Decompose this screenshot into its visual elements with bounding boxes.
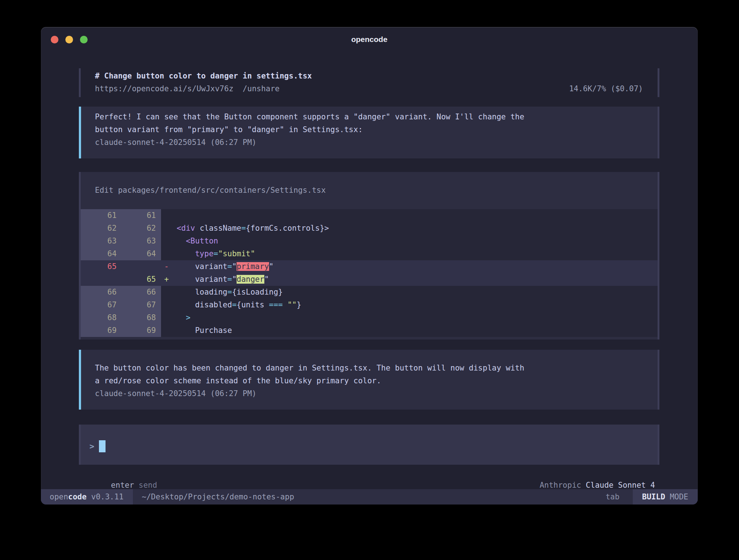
- diff-row: 6767 disabled={units === ""}: [81, 299, 658, 311]
- session-title: # Change button color to danger in setti…: [95, 70, 643, 83]
- provider-label: Anthropic: [540, 481, 581, 490]
- prompt-input[interactable]: >: [79, 425, 659, 465]
- text-cursor: [99, 440, 106, 452]
- model-timestamp: claude-sonnet-4-20250514 (06:27 PM): [95, 136, 658, 149]
- diff-row: 65+ variant="danger": [81, 273, 658, 286]
- assistant-message: The button color has been changed to dan…: [79, 350, 659, 410]
- mode-suffix: MODE: [665, 491, 688, 503]
- diff-row: 6262 <div className={formCs.controls}>: [81, 222, 658, 235]
- diff-file-header: Edit packages/frontend/src/containers/Se…: [81, 172, 658, 197]
- diff-row: 6161: [81, 209, 658, 222]
- window-titlebar: opencode: [41, 27, 698, 50]
- token-usage: 14.6K/7% ($0.07): [569, 83, 643, 95]
- assistant-message: Perfect! I can see that the Button compo…: [79, 107, 659, 158]
- app-version: v0.3.11: [87, 491, 123, 503]
- diff-row: 6969 Purchase: [81, 324, 658, 337]
- unshare-command: /unshare: [243, 83, 280, 95]
- app-version-chip: opencode v0.3.11: [41, 489, 133, 505]
- status-bar: opencode v0.3.11 ~/Desktop/Projects/demo…: [41, 489, 698, 505]
- prompt-symbol: >: [89, 442, 94, 451]
- diff-row: 6868 >: [81, 311, 658, 324]
- working-directory: ~/Desktop/Projects/demo-notes-app: [142, 491, 294, 503]
- mode-name: BUILD: [642, 491, 665, 503]
- enter-key-hint: enter: [111, 481, 134, 490]
- app-name-code: code: [68, 491, 87, 503]
- terminal-window: opencode # Change button color to danger…: [41, 27, 698, 505]
- build-mode-chip: BUILD MODE: [633, 489, 698, 505]
- message-line: a red/rose color scheme instead of the b…: [95, 375, 658, 387]
- share-url: https://opencode.ai/s/UwJxv76z: [95, 83, 233, 95]
- model-label: Claude Sonnet 4: [586, 481, 655, 490]
- diff-rows: 61616262 <div className={formCs.controls…: [81, 209, 658, 337]
- file-diff-block: Edit packages/frontend/src/containers/Se…: [79, 172, 659, 340]
- model-timestamp: claude-sonnet-4-20250514 (06:27 PM): [95, 387, 658, 400]
- diff-row: 65- variant="primary": [81, 260, 658, 273]
- message-line: Perfect! I can see that the Button compo…: [95, 111, 658, 123]
- diff-row: 6363 <Button: [81, 235, 658, 248]
- footer-hints: enter send Anthropic Claude Sonnet 4: [79, 466, 659, 479]
- tab-key-hint[interactable]: tab: [606, 491, 620, 503]
- diff-row: 6464 type="submit": [81, 248, 658, 260]
- app-name-open: open: [50, 491, 68, 503]
- window-title: opencode: [41, 35, 698, 44]
- diff-row: 6666 loading={isLoading}: [81, 286, 658, 299]
- message-line: The button color has been changed to dan…: [95, 362, 658, 375]
- message-line: button variant from "primary" to "danger…: [95, 123, 658, 136]
- send-action-label: send: [139, 481, 157, 490]
- session-header: # Change button color to danger in setti…: [79, 68, 659, 97]
